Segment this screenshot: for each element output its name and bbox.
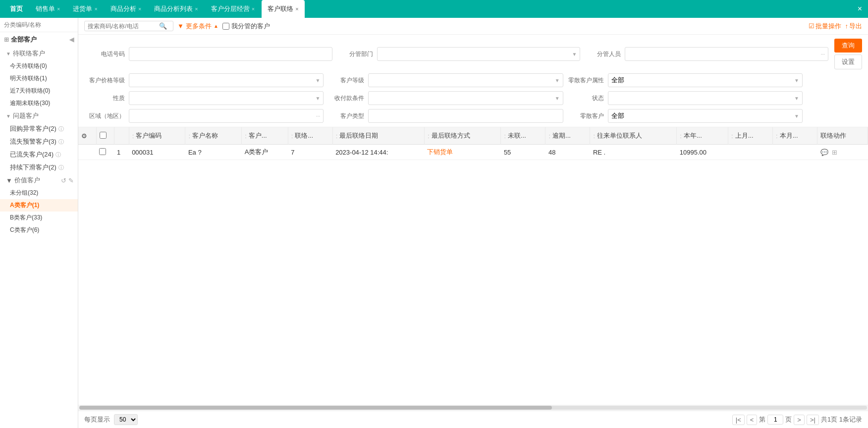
th-contact-count[interactable]: :联络... — [288, 127, 332, 145]
pending-contact-group[interactable]: ▼ 待联络客户 — [0, 47, 78, 60]
declining-label: 持续下滑客户(2) — [10, 163, 56, 172]
sidebar-item-overdue[interactable]: 逾期未联络(30) — [0, 97, 78, 109]
level-select[interactable]: ▼ — [368, 73, 563, 87]
dept-select-arrow: ▼ — [572, 52, 577, 57]
th-settings[interactable]: ⚙ — [78, 127, 96, 145]
th-customer-type[interactable]: :客户... — [242, 127, 288, 145]
qr-icon[interactable]: ⊞ — [832, 149, 837, 156]
th-no-contact[interactable]: :未联... — [501, 127, 545, 145]
close-purchase-icon[interactable]: × — [94, 6, 97, 12]
sidebar-item-churn-warning[interactable]: 流失预警客户(3) ⓘ — [0, 135, 78, 148]
payment-select[interactable]: ▼ — [368, 91, 563, 105]
export-btn[interactable]: ↑ 导出 — [845, 22, 863, 31]
search-input[interactable] — [88, 23, 157, 30]
retail-customer-select[interactable]: 全部 ▼ — [608, 109, 803, 123]
sidebar-item-b-class[interactable]: B类客户(33) — [0, 212, 78, 224]
search-box[interactable]: 🔍 — [84, 21, 173, 31]
th-checkbox[interactable] — [96, 127, 114, 145]
nav-tab-home[interactable]: 首页 — [4, 0, 29, 18]
next-page-btn[interactable]: > — [794, 415, 805, 425]
close-product-analysis-icon[interactable]: × — [138, 6, 141, 12]
close-customer-contact-icon[interactable]: × — [295, 6, 298, 12]
more-filter-btn[interactable]: ▼ 更多条件 ▲ — [177, 22, 218, 31]
filter-payment: 收付款条件 ▼ — [324, 91, 563, 105]
first-page-btn[interactable]: |< — [732, 415, 745, 425]
td-this-month — [773, 145, 817, 160]
batch-op-btn[interactable]: ☑ 批量操作 — [809, 22, 841, 31]
settings-btn[interactable]: 设置 — [834, 54, 862, 69]
problem-customers-group[interactable]: ▼ 问题客户 — [0, 109, 78, 122]
all-customers-header[interactable]: ⊞ 全部客户 ◀ — [0, 32, 78, 47]
status-select[interactable]: ▼ — [608, 91, 803, 105]
row-checkbox[interactable] — [99, 148, 106, 155]
nav-tab-purchase[interactable]: 进货单 × — [67, 0, 103, 18]
th-unit-contact[interactable]: :往来单位联系人 — [590, 127, 677, 145]
close-product-list-icon[interactable]: × — [195, 6, 198, 12]
td-last-contact-method[interactable]: 下销货单 — [424, 145, 500, 160]
my-customers-checkbox[interactable] — [222, 23, 229, 30]
price-level-label: 客户价格等级 — [84, 76, 129, 85]
sidebar-item-declining[interactable]: 持续下滑客户(2) ⓘ — [0, 161, 78, 174]
customer-type-select[interactable] — [368, 109, 563, 123]
sidebar-item-7days[interactable]: 近7天待联络(0) — [0, 85, 78, 97]
per-page-select[interactable]: 50 — [114, 414, 138, 425]
filter-panel: 电话号码 分管部门 ▼ 分管人员 ··· — [78, 35, 868, 127]
retail-attr-select[interactable]: 全部 ▼ — [608, 73, 803, 87]
close-customer-segment-icon[interactable]: × — [252, 6, 255, 12]
person-select[interactable]: ··· — [625, 47, 828, 61]
refresh-icon[interactable]: ↺ — [61, 177, 66, 184]
value-customers-group[interactable]: ▼ 价值客户 ↺ ✎ — [0, 174, 78, 187]
nav-tab-sales[interactable]: 销售单 × — [30, 0, 66, 18]
chat-icon[interactable]: 💬 — [820, 149, 828, 156]
select-all-checkbox[interactable] — [100, 132, 107, 139]
scrollbar-thumb[interactable] — [79, 406, 552, 410]
td-this-year: 10995.00 — [677, 145, 728, 160]
th-overdue[interactable]: :逾期... — [545, 127, 590, 145]
th-last-contact-date[interactable]: :最后联络日期 — [332, 127, 424, 145]
edit-icon[interactable]: ✎ — [68, 177, 74, 184]
th-last-month[interactable]: :上月... — [728, 127, 773, 145]
settings-icon[interactable]: ⚙ — [81, 132, 87, 140]
sidebar-item-repurchase-abnormal[interactable]: 回购异常客户(2) ⓘ — [0, 122, 78, 135]
phone-input[interactable] — [129, 47, 332, 61]
sidebar-item-today[interactable]: 今天待联络(0) — [0, 60, 78, 72]
nav-tab-product-list[interactable]: 商品分析列表 × — [148, 0, 204, 18]
sidebar-item-c-class[interactable]: C类客户(6) — [0, 224, 78, 236]
sidebar-search-box[interactable]: 🔍 — [0, 18, 78, 32]
close-sales-icon[interactable]: × — [57, 6, 60, 12]
horizontal-scrollbar[interactable] — [78, 405, 868, 411]
page-num-input[interactable] — [767, 415, 783, 425]
th-last-contact-method[interactable]: :最后联络方式 — [424, 127, 500, 145]
query-btn[interactable]: 查询 — [834, 39, 862, 53]
th-name[interactable]: :客户名称 — [185, 127, 242, 145]
sidebar-item-tomorrow[interactable]: 明天待联络(1) — [0, 72, 78, 85]
close-all-icon[interactable]: × — [858, 4, 862, 13]
area-select[interactable]: ··· — [129, 109, 324, 123]
td-checkbox[interactable] — [96, 145, 114, 160]
price-level-select[interactable]: ▼ — [129, 73, 324, 87]
td-code[interactable]: 000031 — [129, 145, 185, 160]
th-this-year[interactable]: :本年... — [677, 127, 728, 145]
nature-select[interactable]: ▼ — [129, 91, 324, 105]
sidebar-item-churned[interactable]: 已流失客户(24) ⓘ — [0, 148, 78, 161]
sidebar-item-ungrouped[interactable]: 未分组(32) — [0, 187, 78, 199]
filter-area: 区域（地区） ··· — [84, 109, 324, 123]
nav-tab-product-analysis[interactable]: 商品分析 × — [105, 0, 147, 18]
dept-select[interactable]: ▼ — [377, 47, 581, 61]
search-icon[interactable]: 🔍 — [159, 22, 167, 30]
th-code[interactable]: :客户编码 — [129, 127, 185, 145]
th-this-month[interactable]: :本月... — [773, 127, 817, 145]
prev-page-btn[interactable]: < — [747, 415, 758, 425]
last-page-btn[interactable]: >| — [807, 415, 819, 425]
td-name[interactable]: Ea ? — [185, 145, 242, 160]
sidebar-search-input[interactable] — [4, 21, 78, 28]
nav-tab-customer-segment[interactable]: 客户分层经营 × — [205, 0, 261, 18]
nav-tab-customer-contact[interactable]: 客户联络 × — [262, 0, 304, 18]
contact-method-link[interactable]: 下销货单 — [427, 148, 453, 156]
sidebar-item-a-class[interactable]: A类客户(1) — [0, 199, 78, 212]
scrollbar-track[interactable] — [79, 406, 867, 410]
retail-customer-arrow: ▼ — [794, 113, 799, 119]
my-customers-checkbox-label[interactable]: 我分管的客户 — [222, 22, 270, 31]
collapse-icon[interactable]: ◀ — [69, 36, 74, 43]
filter-person: 分管人员 ··· — [580, 47, 828, 61]
